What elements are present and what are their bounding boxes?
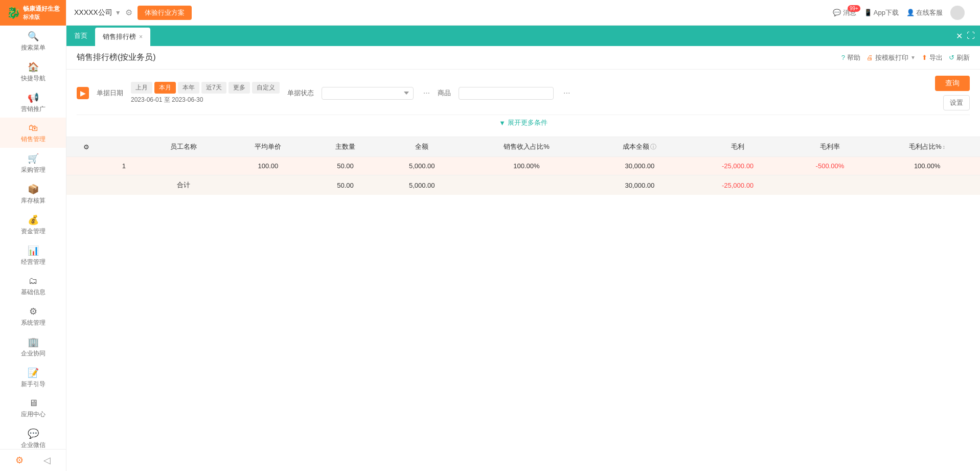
print-dropdown-icon: ▼ (910, 55, 916, 60)
user-avatar[interactable] (950, 6, 965, 20)
row-avg-price: 100.00 (226, 157, 310, 175)
date-this-month-btn[interactable]: 本月 (154, 82, 176, 94)
refresh-button[interactable]: ↺ 刷新 (949, 53, 970, 62)
trial-button[interactable]: 体验行业方案 (138, 6, 192, 20)
cost-info-icon[interactable]: ⓘ (650, 143, 656, 150)
col-gross-rate: 毛利率 (786, 137, 874, 157)
tab-minimize-icon[interactable]: ✕ (956, 31, 963, 41)
online-service-button[interactable]: 👤 在线客服 (906, 8, 943, 17)
finance-icon: 💰 (28, 214, 39, 226)
message-button[interactable]: 💬 99+ 消息 (833, 8, 856, 17)
template-print-button[interactable]: 🖨 按模板打印 ▼ (867, 53, 916, 62)
table-row: 1 100.00 50.00 5,000.00 100.00% 30,000.0… (66, 157, 980, 175)
service-icon: 👤 (906, 9, 915, 16)
logo-title: 畅康通好生意 (23, 5, 60, 13)
tab-sales-ranking-label: 销售排行榜 (103, 32, 136, 41)
status-select[interactable] (322, 87, 414, 100)
tab-sales-ranking[interactable]: 销售排行榜 × (95, 28, 150, 46)
date-custom-btn[interactable]: 自定义 (252, 82, 280, 94)
help-button[interactable]: ? 帮助 (841, 53, 860, 62)
page-actions: ? 帮助 🖨 按模板打印 ▼ ⬆ 导出 ↺ 刷新 (841, 53, 970, 62)
sidebar-item-finance[interactable]: 💰 资金管理 (0, 209, 66, 240)
status-more-icon: ··· (423, 88, 430, 98)
row-sales-pct: 100.00% (463, 157, 589, 175)
sidebar-item-guide[interactable]: 📝 新手引导 (0, 362, 66, 393)
sidebar-logo: 🐉 畅康通好生意 标准版 (0, 0, 66, 26)
tabbar-actions: ✕ ⛶ (956, 26, 980, 46)
company-dropdown-icon: ▼ (115, 9, 121, 16)
table-footer-row: 合计 50.00 5,000.00 30,000.00 -25,000.00 (66, 175, 980, 195)
expand-more-button[interactable]: ▼ 展开更多条件 (499, 118, 548, 127)
sidebar-item-search[interactable]: 🔍 搜索菜单 (0, 26, 66, 56)
sidebar-item-marketing[interactable]: 📢 营销推广 (0, 87, 66, 118)
goods-filter-label: 商品 (438, 88, 451, 98)
page-title: 销售排行榜(按业务员) (77, 52, 156, 63)
date-filter-group: 上月 本月 本年 近7天 更多 自定义 2023-06-01 至 2023-06… (131, 82, 280, 104)
column-gear-icon[interactable]: ⚙ (83, 143, 89, 151)
row-gross: -25,000.00 (690, 157, 785, 175)
setting-button[interactable]: 设置 (943, 95, 970, 110)
tab-home-label: 首页 (74, 31, 87, 40)
sidebar-item-inventory[interactable]: 📦 库存核算 (0, 178, 66, 209)
inventory-icon: 📦 (28, 184, 39, 195)
table-header-row: ⚙ 员工名称 平均单价 主数量 全额 销售收入占比% 成本全额ⓘ 毛利 毛利率 … (66, 137, 980, 157)
row-cost: 30,000.00 (589, 157, 690, 175)
message-badge: 99+ (848, 5, 860, 12)
sidebar-item-wechat[interactable]: 💬 企业微信 (0, 423, 66, 449)
sidebar-item-sales[interactable]: 🛍 销售管理 (0, 118, 66, 148)
sidebar-item-operations[interactable]: 📊 经营管理 (0, 240, 66, 271)
purchase-icon: 🛒 (28, 153, 39, 164)
footer-cost: 30,000.00 (589, 175, 690, 195)
date-range-display: 2023-06-01 至 2023-06-30 (131, 96, 280, 104)
date-last7-btn[interactable]: 近7天 (201, 82, 226, 94)
gross-pct-sort-icon[interactable]: ↕ (943, 144, 946, 150)
table-container: ⚙ 员工名称 平均单价 主数量 全额 销售收入占比% 成本全额ⓘ 毛利 毛利率 … (66, 137, 980, 471)
row-main-qty: 50.00 (310, 157, 380, 175)
ranking-table: ⚙ 员工名称 平均单价 主数量 全额 销售收入占比% 成本全额ⓘ 毛利 毛利率 … (66, 137, 980, 195)
date-filter-label: 单据日期 (97, 88, 123, 98)
sidebar-item-purchase[interactable]: 🛒 采购管理 (0, 148, 66, 178)
enterprise-icon: 🏢 (28, 337, 39, 348)
filter-bar: ▶ 单据日期 上月 本月 本年 近7天 更多 自定义 2023-06-01 至 … (66, 70, 980, 137)
message-icon: 💬 (833, 9, 841, 16)
basic-icon: 🗂 (29, 276, 38, 286)
wechat-icon: 💬 (28, 428, 39, 439)
table-wrap: ⚙ 员工名称 平均单价 主数量 全额 销售收入占比% 成本全额ⓘ 毛利 毛利率 … (66, 137, 980, 195)
date-more-btn[interactable]: 更多 (229, 82, 250, 94)
goods-input[interactable] (459, 87, 554, 100)
date-last-month-btn[interactable]: 上月 (131, 82, 152, 94)
operations-icon: 📊 (28, 245, 39, 256)
date-this-year-btn[interactable]: 本年 (178, 82, 199, 94)
sidebar-item-quicknav[interactable]: 🏠 快捷导航 (0, 56, 66, 87)
export-icon: ⬆ (922, 54, 927, 61)
sidebar-item-system[interactable]: ⚙ 系统管理 (0, 301, 66, 331)
page-header: 销售排行榜(按业务员) ? 帮助 🖨 按模板打印 ▼ ⬆ 导出 ↺ 刷新 (66, 46, 980, 70)
col-name: 员工名称 (141, 137, 225, 157)
settings-gear-icon[interactable]: ⚙ (15, 455, 24, 466)
sidebar-footer: ⚙ ◁ (0, 449, 66, 471)
tab-home[interactable]: 首页 (66, 26, 95, 46)
app-download-button[interactable]: 📱 App下载 (864, 8, 899, 17)
sidebar-item-enterprise[interactable]: 🏢 企业协同 (0, 331, 66, 362)
date-buttons: 上月 本月 本年 近7天 更多 自定义 (131, 82, 280, 94)
filter-expand-arrow[interactable]: ▶ (77, 87, 89, 99)
export-button[interactable]: ⬆ 导出 (922, 53, 943, 62)
status-filter-label: 单据状态 (287, 88, 314, 98)
query-button[interactable]: 查询 (935, 76, 970, 91)
filter-expand-section: ▼ 展开更多条件 (77, 115, 970, 130)
sidebar: 🐉 畅康通好生意 标准版 🔍 搜索菜单 🏠 快捷导航 📢 营销推广 🛍 销售管理… (0, 0, 66, 471)
topbar-right: 💬 99+ 消息 📱 App下载 👤 在线客服 (833, 6, 972, 20)
print-icon: 🖨 (867, 54, 873, 61)
company-selector[interactable]: XXXXX公司 ▼ (74, 8, 121, 17)
col-gross-pct: 毛利占比%↕ (874, 137, 980, 157)
footer-main-qty: 50.00 (310, 175, 380, 195)
sidebar-item-basic[interactable]: 🗂 基础信息 (0, 271, 66, 301)
main-area: XXXXX公司 ▼ ⚙ 体验行业方案 💬 99+ 消息 📱 App下载 👤 在线… (66, 0, 980, 471)
collapse-icon[interactable]: ◁ (43, 455, 51, 466)
download-icon: 📱 (864, 9, 872, 16)
topbar-gear-icon[interactable]: ⚙ (125, 8, 132, 17)
sidebar-item-apps[interactable]: 🖥 应用中心 (0, 393, 66, 423)
tab-close-icon[interactable]: × (139, 33, 143, 40)
company-name: XXXXX公司 (74, 8, 112, 17)
tab-maximize-icon[interactable]: ⛶ (967, 31, 975, 40)
